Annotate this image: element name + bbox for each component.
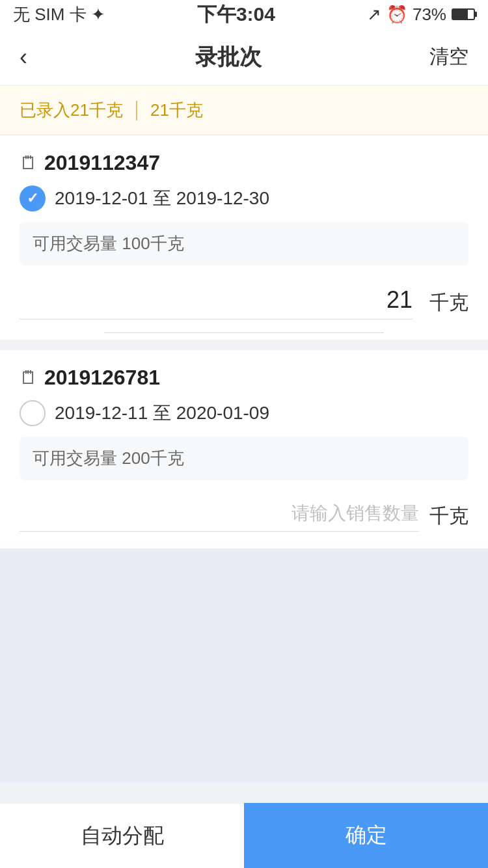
card-divider [0,340,488,350]
confirm-button[interactable]: 确定 [244,803,488,868]
batch-1-quantity-row: 21 千克 [0,276,488,319]
battery-text: 73% [413,5,446,25]
batch-1-inner: 🗒 2019112347 2019-12-01 至 2019-12-30 可用交… [0,135,488,265]
empty-area [0,549,488,783]
status-bar: 无 SIM 卡 ✦ 下午3:04 ↗ ⏰ 73% [0,0,488,29]
batch-card-2: 🗒 2019126781 2019-12-11 至 2020-01-09 可用交… [0,350,488,549]
batch-1-id: 2019112347 [44,151,160,175]
batch-2-quantity-row: 请输入销售数量 千克 [0,491,488,542]
alarm-icon: ⏰ [386,5,407,25]
batch-1-date: 2019-12-01 至 2019-12-30 [55,186,269,211]
info-divider [136,101,137,120]
batch-card-1: 🗒 2019112347 2019-12-01 至 2019-12-30 可用交… [0,135,488,340]
batch-1-date-row: 2019-12-01 至 2019-12-30 [20,185,468,211]
batch-1-radio[interactable] [20,185,46,211]
batch-1-icon: 🗒 [20,152,38,174]
batch-2-header: 🗒 2019126781 [20,366,468,390]
batch-2-input-wrapper[interactable]: 请输入销售数量 [20,501,419,532]
status-time: 下午3:04 [197,1,275,28]
location-icon: ↗ [367,5,381,25]
batch-2-radio[interactable] [20,400,46,426]
page-title: 录批次 [195,42,262,72]
batch-1-availability: 可用交易量 100千克 [20,222,468,265]
batch-2-inner: 🗒 2019126781 2019-12-11 至 2020-01-09 可用交… [0,350,488,480]
auto-distribute-button[interactable]: 自动分配 [0,803,244,868]
info-amount: 21千克 [150,99,203,122]
status-left: 无 SIM 卡 ✦ [13,3,105,26]
clear-button[interactable]: 清空 [429,44,468,70]
back-button[interactable]: ‹ [20,44,27,71]
batch-2-id: 2019126781 [44,366,160,390]
batch-1-input-wrapper: 21 [20,286,413,319]
batch-2-date: 2019-12-11 至 2020-01-09 [55,401,269,426]
batch-2-availability: 可用交易量 200千克 [20,437,468,480]
status-right: ↗ ⏰ 73% [367,5,475,25]
batch-2-icon: 🗒 [20,367,38,388]
batch-1-header: 🗒 2019112347 [20,151,468,175]
bottom-bar: 自动分配 确定 [0,803,488,868]
batch-1-unit: 千克 [429,290,468,316]
entered-info: 已录入21千克 [20,99,123,122]
batch-2-unit: 千克 [429,503,468,530]
info-banner: 已录入21千克 21千克 [0,86,488,135]
nav-bar: ‹ 录批次 清空 [0,29,488,86]
battery-icon [452,8,475,20]
signal-text: 无 SIM 卡 ✦ [13,3,105,26]
batch-1-quantity-value[interactable]: 21 [360,286,413,314]
batch-2-placeholder: 请输入销售数量 [291,503,419,523]
main-content: 已录入21千克 21千克 🗒 2019112347 2019-12-01 至 2… [0,86,488,848]
batch-2-date-row: 2019-12-11 至 2020-01-09 [20,400,468,426]
